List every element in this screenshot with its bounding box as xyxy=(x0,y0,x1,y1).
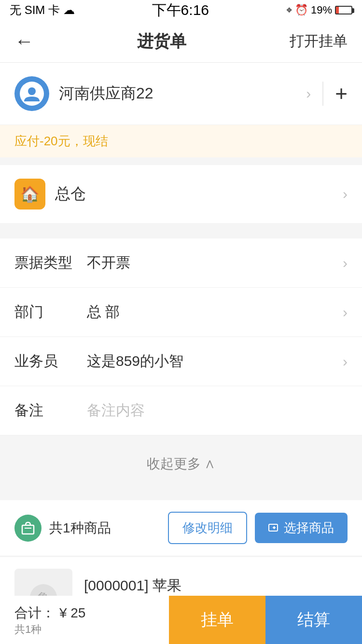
select-product-label: 选择商品 xyxy=(284,519,334,536)
cart-icon xyxy=(268,522,280,534)
salesperson-chevron: › xyxy=(343,353,348,370)
warehouse-chevron: › xyxy=(343,186,348,202)
checkout-button[interactable]: 结算 xyxy=(265,596,362,644)
remark-row[interactable]: 备注 备注内容 xyxy=(0,386,362,435)
warehouse-icon: 🏠 xyxy=(14,179,45,210)
page-title: 进货单 xyxy=(137,30,186,53)
total-label: 合计： xyxy=(14,605,55,620)
department-chevron: › xyxy=(343,304,348,321)
main-content: 河南供应商22 › + 应付-20元，现结 🏠 总仓 › 票据类型 不开票 › … xyxy=(0,63,362,644)
supplier-chevron: › xyxy=(306,85,311,102)
bottom-bar: 合计： ¥ 25 共1种 挂单 结算 xyxy=(0,596,362,644)
supplier-section: 河南供应商22 › + 应付-20元，现结 xyxy=(0,63,362,157)
warehouse-name: 总仓 xyxy=(55,183,343,205)
supplier-name: 河南供应商22 xyxy=(59,83,306,104)
department-label: 部门 xyxy=(14,302,87,322)
back-button[interactable]: ← xyxy=(14,30,34,52)
edit-details-button[interactable]: 修改明细 xyxy=(168,512,247,544)
department-row[interactable]: 部门 总 部 › xyxy=(0,288,362,337)
alarm-icon: ⏰ xyxy=(295,4,308,16)
status-bar: 无 SIM 卡 ☁ 下午6:16 ⌖ ⏰ 19% xyxy=(0,0,362,20)
select-product-button[interactable]: 选择商品 xyxy=(255,513,348,543)
hang-button[interactable]: 挂单 xyxy=(169,596,265,644)
ticket-type-value: 不开票 xyxy=(87,253,343,273)
department-value: 总 部 xyxy=(87,302,343,322)
remark-placeholder[interactable]: 备注内容 xyxy=(87,401,348,420)
battery-icon xyxy=(335,6,352,14)
collapse-more-button[interactable]: 收起更多 ∧ xyxy=(0,443,362,485)
location-icon: ⌖ xyxy=(286,4,292,16)
supplier-row[interactable]: 河南供应商22 › + xyxy=(0,63,362,125)
battery-text: 19% xyxy=(311,4,332,16)
user-icon xyxy=(23,85,41,102)
salesperson-value: 这是859的小智 xyxy=(87,351,343,371)
open-pending-button[interactable]: 打开挂单 xyxy=(290,31,348,51)
status-time: 下午6:16 xyxy=(152,0,209,20)
ticket-chevron: › xyxy=(343,255,348,271)
product-code: [0000001] xyxy=(84,577,148,593)
sim-text: 无 SIM 卡 ☁ xyxy=(10,2,75,18)
warehouse-section[interactable]: 🏠 总仓 › xyxy=(0,165,362,223)
salesperson-row[interactable]: 业务员 这是859的小智 › xyxy=(0,337,362,386)
total-count: 共1种 xyxy=(14,622,154,637)
svg-rect-1 xyxy=(22,525,34,534)
remark-label: 备注 xyxy=(14,401,87,420)
nav-bar: ← 进货单 打开挂单 xyxy=(0,20,362,63)
total-amount: 合计： ¥ 25 xyxy=(14,603,154,622)
salesperson-label: 业务员 xyxy=(14,351,87,371)
total-value: ¥ 25 xyxy=(59,605,86,620)
total-section: 合计： ¥ 25 共1种 xyxy=(0,603,169,637)
add-supplier-button[interactable]: + xyxy=(335,82,348,106)
supplier-avatar xyxy=(14,76,49,111)
ticket-type-label: 票据类型 xyxy=(14,253,87,273)
shopping-bag-icon xyxy=(20,520,36,536)
svg-point-0 xyxy=(28,87,36,95)
warning-banner: 应付-20元，现结 xyxy=(0,125,362,157)
gap1 xyxy=(0,231,362,238)
vertical-divider xyxy=(322,82,323,106)
status-right: ⌖ ⏰ 19% xyxy=(286,4,352,16)
product-title: 苹果 xyxy=(153,577,181,593)
products-count-label: 共1种商品 xyxy=(49,519,168,537)
products-icon xyxy=(14,515,42,542)
avatar-inner xyxy=(20,82,44,106)
status-left: 无 SIM 卡 ☁ xyxy=(10,2,75,18)
products-header: 共1种商品 修改明细 选择商品 xyxy=(0,500,362,556)
gap2 xyxy=(0,485,362,492)
ticket-type-row[interactable]: 票据类型 不开票 › xyxy=(0,238,362,288)
product-name: [0000001] 苹果 xyxy=(84,576,327,596)
form-section: 票据类型 不开票 › 部门 总 部 › 业务员 这是859的小智 › 备注 备注… xyxy=(0,238,362,435)
